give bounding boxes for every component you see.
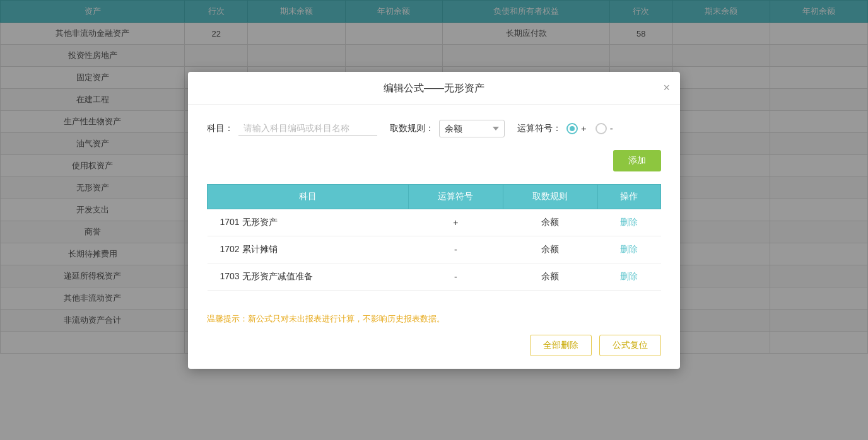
subject-group: 科目： [207, 120, 377, 136]
subject-label: 科目： [207, 123, 233, 134]
delete-row-button[interactable]: 删除 [620, 217, 638, 228]
formula-rule-cell: 余额 [503, 236, 597, 263]
rule-group: 取数规则： 余额 借方 贷方 借方发生额 贷方发生额 [390, 120, 505, 137]
formula-table: 科目 运算符号 取数规则 操作 1701 无形资产+余额删除1702 累计摊销-… [207, 184, 661, 291]
operator-minus-label: - [610, 123, 613, 134]
modal-footer: 温馨提示：新公式只对未出报表进行计算，不影响历史报表数据。 全部删除 公式复位 [188, 303, 680, 369]
modal-overlay: 编辑公式——无形资产 × 科目： 取数规则： 余额 借方 贷方 [0, 0, 868, 440]
delete-row-button[interactable]: 删除 [620, 271, 638, 282]
footer-buttons: 全部删除 公式复位 [207, 335, 661, 356]
operator-plus-label: + [581, 123, 587, 134]
formula-action-cell: 删除 [597, 209, 660, 236]
operator-radio-group: + - [566, 123, 613, 134]
rule-select-wrap: 余额 借方 贷方 借方发生额 贷方发生额 [439, 120, 505, 137]
formula-table-row: 1701 无形资产+余额删除 [208, 209, 661, 236]
th-subject: 科目 [208, 184, 409, 209]
th-rule: 取数规则 [503, 184, 597, 209]
modal-header: 编辑公式——无形资产 × [188, 72, 680, 105]
formula-operator-cell: - [409, 236, 503, 263]
formula-table-header-row: 科目 运算符号 取数规则 操作 [208, 184, 661, 209]
operator-plus-radio[interactable]: + [566, 123, 587, 134]
edit-formula-modal: 编辑公式——无形资产 × 科目： 取数规则： 余额 借方 贷方 [188, 72, 680, 369]
formula-subject-cell: 1702 累计摊销 [208, 236, 409, 263]
delete-row-button[interactable]: 删除 [620, 244, 638, 255]
formula-form-row: 科目： 取数规则： 余额 借方 贷方 借方发生额 贷方发生额 [207, 120, 661, 171]
rule-select[interactable]: 余额 借方 贷方 借方发生额 贷方发生额 [439, 120, 505, 137]
formula-action-cell: 删除 [597, 263, 660, 290]
formula-operator-cell: - [409, 263, 503, 290]
add-button[interactable]: 添加 [613, 150, 661, 171]
operator-minus-radio-circle [595, 123, 607, 134]
formula-operator-cell: + [409, 209, 503, 236]
th-action: 操作 [597, 184, 660, 209]
formula-action-cell: 删除 [597, 236, 660, 263]
formula-rule-cell: 余额 [503, 209, 597, 236]
formula-table-row: 1703 无形资产减值准备-余额删除 [208, 263, 661, 290]
formula-subject-cell: 1701 无形资产 [208, 209, 409, 236]
operator-minus-radio[interactable]: - [595, 123, 613, 134]
reset-formula-button[interactable]: 公式复位 [599, 335, 661, 356]
formula-table-row: 1702 累计摊销-余额删除 [208, 236, 661, 263]
modal-close-button[interactable]: × [663, 82, 670, 93]
formula-rule-cell: 余额 [503, 263, 597, 290]
formula-subject-cell: 1703 无形资产减值准备 [208, 263, 409, 290]
operator-group: 运算符号： + - [517, 123, 613, 134]
th-operator: 运算符号 [409, 184, 503, 209]
modal-body: 科目： 取数规则： 余额 借方 贷方 借方发生额 贷方发生额 [188, 105, 680, 303]
delete-all-button[interactable]: 全部删除 [530, 335, 592, 356]
rule-label: 取数规则： [390, 123, 434, 134]
subject-input[interactable] [238, 120, 377, 136]
operator-plus-radio-circle [566, 123, 578, 134]
modal-title: 编辑公式——无形资产 [384, 83, 484, 93]
operator-label: 运算符号： [517, 123, 561, 134]
tip-text: 温馨提示：新公式只对未出报表进行计算，不影响历史报表数据。 [207, 313, 661, 325]
